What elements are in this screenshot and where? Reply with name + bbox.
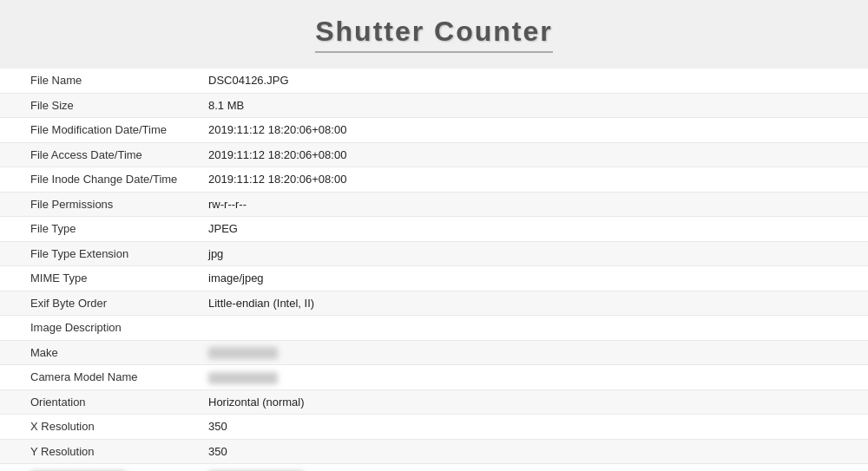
table-row: File Inode Change Date/Time2019:11:12 18… <box>0 167 868 193</box>
row-value: BLURRED <box>200 365 868 390</box>
row-label: BLURRED <box>0 464 200 472</box>
row-value: 2019:11:12 18:20:06+08:00 <box>200 142 868 167</box>
table-row: File Permissionsrw-r--r-- <box>0 192 868 217</box>
row-label: Orientation <box>0 389 200 415</box>
table-row: BLURREDBLURRED <box>0 464 868 472</box>
row-value: 2019:11:12 18:20:06+08:00 <box>200 167 868 193</box>
page-title: Shutter Counter <box>315 16 553 53</box>
row-label: X Resolution <box>0 415 200 440</box>
table-row: OrientationHorizontal (normal) <box>0 389 868 415</box>
table-row: File Access Date/Time2019:11:12 18:20:06… <box>0 142 868 167</box>
table-row: File Size8.1 MB <box>0 93 868 118</box>
row-value: rw-r--r-- <box>200 192 868 217</box>
row-value: image/jpeg <box>200 266 868 291</box>
row-value: 8.1 MB <box>200 93 868 118</box>
table-row: File TypeJPEG <box>0 217 868 242</box>
data-table-container: File NameDSC04126.JPGFile Size8.1 MBFile… <box>0 69 868 471</box>
row-label: Camera Model Name <box>0 365 200 390</box>
row-value: DSC04126.JPG <box>200 69 868 93</box>
row-label: File Size <box>0 93 200 118</box>
table-row: X Resolution350 <box>0 415 868 440</box>
table-row: File Type Extensionjpg <box>0 241 868 266</box>
row-label: File Type <box>0 217 200 242</box>
table-row: MIME Typeimage/jpeg <box>0 266 868 291</box>
row-value: BLURRED <box>200 340 868 365</box>
row-label: Y Resolution <box>0 439 200 464</box>
row-value: jpg <box>200 241 868 266</box>
row-value: JPEG <box>200 217 868 242</box>
row-value: 350 <box>200 439 868 464</box>
row-label: File Name <box>0 69 200 93</box>
row-label: File Permissions <box>0 192 200 217</box>
row-value: 2019:11:12 18:20:06+08:00 <box>200 118 868 143</box>
metadata-table: File NameDSC04126.JPGFile Size8.1 MBFile… <box>0 69 868 471</box>
row-value: 350 <box>200 415 868 440</box>
table-row: Camera Model NameBLURRED <box>0 365 868 390</box>
row-label: Image Description <box>0 316 200 341</box>
table-row: Exif Byte OrderLittle-endian (Intel, II) <box>0 291 868 316</box>
row-value <box>200 316 868 341</box>
table-row: Y Resolution350 <box>0 439 868 464</box>
row-value: Little-endian (Intel, II) <box>200 291 868 316</box>
row-label: Exif Byte Order <box>0 291 200 316</box>
page-header: Shutter Counter <box>0 0 868 62</box>
row-label: File Inode Change Date/Time <box>0 167 200 193</box>
table-row: File NameDSC04126.JPG <box>0 69 868 93</box>
row-value: BLURRED <box>200 464 868 472</box>
row-label: File Type Extension <box>0 241 200 266</box>
row-value: Horizontal (normal) <box>200 389 868 415</box>
row-label: File Access Date/Time <box>0 142 200 167</box>
table-row: MakeBLURRED <box>0 340 868 365</box>
table-row: File Modification Date/Time2019:11:12 18… <box>0 118 868 143</box>
row-label: MIME Type <box>0 266 200 291</box>
row-label: File Modification Date/Time <box>0 118 200 143</box>
row-label: Make <box>0 340 200 365</box>
table-row: Image Description <box>0 316 868 341</box>
